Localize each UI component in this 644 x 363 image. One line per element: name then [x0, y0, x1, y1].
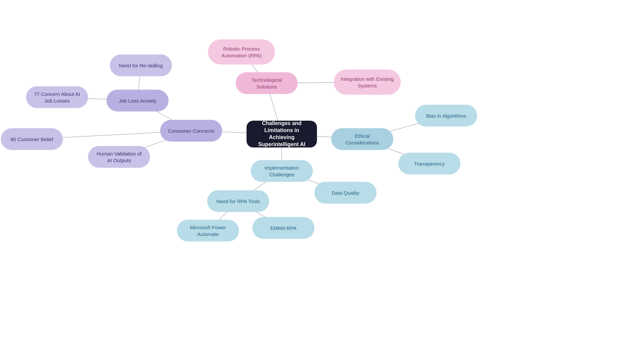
- node-rpa[interactable]: Robotic Process Automation (RPA): [208, 40, 275, 65]
- node-customerBelief[interactable]: 80 Customer Belief: [1, 128, 63, 150]
- node-center[interactable]: Challenges and Limitations in Achieving …: [247, 121, 317, 147]
- node-microsoftPowerAutomate[interactable]: Microsoft Power Automate: [177, 220, 239, 242]
- node-concernJobLosses[interactable]: 77 Concern About AI Job Losses: [26, 86, 88, 108]
- node-transparency[interactable]: Transparency: [398, 153, 461, 175]
- node-implementationChallenges[interactable]: Implementation Challenges: [251, 160, 313, 182]
- mindmap-container: Challenges and Limitations in Achieving …: [0, 0, 644, 363]
- node-needReskilling[interactable]: Need for Re-skilling: [110, 55, 172, 76]
- node-ethicalConsiderations[interactable]: Ethical Considerations: [331, 128, 393, 150]
- node-dataQuality[interactable]: Data Quality: [315, 182, 377, 204]
- node-consumerConcerns[interactable]: Consumer Concerns: [160, 120, 222, 142]
- node-needRPATools[interactable]: Need for RPA Tools: [207, 190, 269, 212]
- node-biasAlgorithms[interactable]: Bias in Algorithms: [415, 105, 477, 127]
- node-technologicalSolutions[interactable]: Technological Solutions: [236, 72, 298, 94]
- node-jobLossAnxiety[interactable]: Job Loss Anxiety: [107, 90, 169, 112]
- connections-svg: [0, 0, 644, 363]
- node-humanValidation[interactable]: Human Validation of AI Outputs: [88, 146, 150, 168]
- node-integrationExisting[interactable]: Integration with Existing Systems: [334, 70, 401, 95]
- node-emmaRPA[interactable]: EMMA RPA: [253, 217, 315, 239]
